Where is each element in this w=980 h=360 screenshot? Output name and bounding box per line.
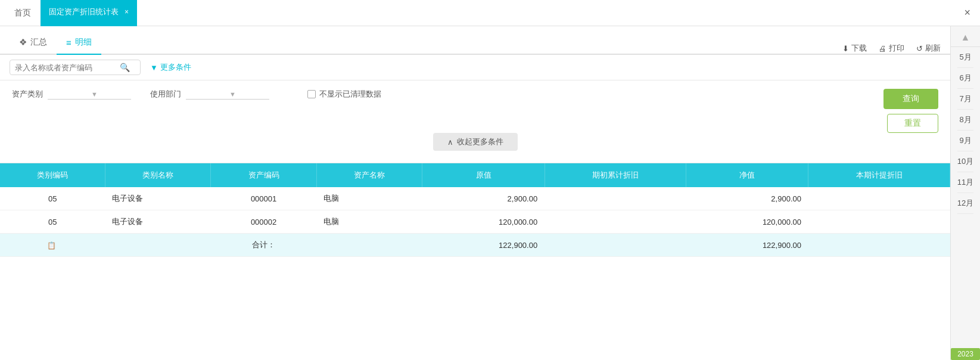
total-current-dep: [808, 234, 950, 257]
hide-cleared-wrap: 不显示已清理数据: [307, 89, 381, 100]
search-toolbar: 🔍 ▼ 更多条件: [0, 55, 950, 80]
table-header-row: 类别编码 类别名称 资产编码 资产名称 原值 期初累计折旧 净值 本期计提折旧: [0, 163, 950, 187]
total-net-value: 122,900.00: [686, 234, 808, 257]
search-icon[interactable]: 🔍: [120, 63, 130, 72]
sidebar-month-item[interactable]: 7月: [957, 89, 973, 110]
active-tab[interactable]: 固定资产折旧统计表 ×: [41, 0, 137, 26]
data-table: 类别编码 类别名称 资产编码 资产名称 原值 期初累计折旧 净值 本期计提折旧 …: [0, 163, 950, 257]
col-header-asset-name: 资产名称: [316, 163, 422, 187]
filter-row-1: 资产类别 ▼ 使用部门 ▼: [12, 89, 874, 100]
main-panel: ❖ 汇总 ≡ 明细 ⬇ 下载 🖨 打印 ↺ 刷新: [0, 26, 950, 360]
col-header-current-dep: 本期计提折旧: [808, 163, 950, 187]
col-header-net-value: 净值: [686, 163, 808, 187]
cell-asset-name: 电脑: [316, 187, 422, 210]
more-filters-button[interactable]: ▼ 更多条件: [150, 62, 191, 73]
download-icon: ⬇: [842, 44, 849, 53]
print-button[interactable]: 🖨 打印: [879, 43, 904, 54]
asset-category-label: 资产类别: [12, 89, 43, 100]
tab-summary[interactable]: ❖ 汇总: [10, 31, 57, 55]
col-header-category-name: 类别名称: [105, 163, 211, 187]
right-sidebar: ▲ 5月6月7月8月9月10月11月12月 2023: [950, 26, 980, 360]
tab-summary-label: 汇总: [30, 37, 47, 48]
collapse-icon: ∧: [447, 138, 453, 147]
col-header-category-code: 类别编码: [0, 163, 105, 187]
summary-icon: ❖: [19, 37, 27, 48]
total-row: 📋 合计： 122,900.00 122,900.00: [0, 234, 950, 257]
cell-net-value: 2,900.00: [686, 187, 808, 210]
use-department-arrow-icon: ▼: [229, 91, 267, 98]
search-input[interactable]: [15, 63, 116, 72]
cell-category-code: 05: [0, 210, 105, 234]
query-button[interactable]: 查询: [883, 89, 938, 109]
asset-category-field: 资产类别 ▼: [12, 89, 131, 100]
sidebar-month-item[interactable]: 12月: [957, 193, 973, 214]
table-row[interactable]: 05 电子设备 000001 电脑 2,900.00 2,900.00: [0, 187, 950, 210]
print-icon: 🖨: [879, 44, 886, 53]
total-icon-cell: 📋: [0, 234, 105, 257]
cell-asset-code: 000002: [211, 210, 317, 234]
home-link[interactable]: 首页: [10, 8, 36, 18]
scroll-up-icon[interactable]: ▲: [951, 29, 980, 47]
cell-accumulated-dep: [545, 187, 686, 210]
refresh-button[interactable]: ↺ 刷新: [916, 43, 941, 54]
total-label-cell: 合计：: [105, 234, 422, 257]
filter-icon: ▼: [150, 63, 158, 72]
total-icon: 📋: [47, 241, 56, 250]
sidebar-month-item[interactable]: 8月: [957, 110, 973, 131]
close-window-icon[interactable]: ×: [964, 7, 970, 19]
collapse-filters-button[interactable]: ∧ 收起更多条件: [433, 133, 518, 151]
hide-cleared-label: 不显示已清理数据: [319, 89, 381, 100]
use-department-select[interactable]: ▼: [186, 89, 269, 100]
tab-title: 固定资产折旧统计表: [49, 7, 119, 17]
total-original-value: 122,900.00: [422, 234, 545, 257]
print-label: 打印: [889, 43, 904, 54]
col-header-accumulated-dep: 期初累计折旧: [545, 163, 686, 187]
col-header-original-value: 原值: [422, 163, 545, 187]
cell-category-name: 电子设备: [105, 210, 211, 234]
year-badge[interactable]: 2023: [951, 348, 980, 360]
tab-bar: ❖ 汇总 ≡ 明细 ⬇ 下载 🖨 打印 ↺ 刷新: [0, 26, 950, 55]
sidebar-month-item[interactable]: 11月: [957, 172, 973, 193]
close-tab-icon[interactable]: ×: [125, 8, 129, 16]
cell-current-dep: [808, 210, 950, 234]
table-wrap: 类别编码 类别名称 资产编码 资产名称 原值 期初累计折旧 净值 本期计提折旧 …: [0, 163, 950, 360]
collapse-label: 收起更多条件: [457, 136, 503, 147]
reset-button[interactable]: 重置: [887, 114, 938, 133]
sidebar-month-item[interactable]: 10月: [957, 151, 973, 172]
use-department-label: 使用部门: [150, 89, 181, 100]
sidebar-month-item[interactable]: 5月: [957, 47, 973, 68]
download-button[interactable]: ⬇ 下载: [842, 43, 867, 54]
use-department-field: 使用部门 ▼: [150, 89, 269, 100]
content-area: ❖ 汇总 ≡ 明细 ⬇ 下载 🖨 打印 ↺ 刷新: [0, 26, 980, 360]
more-filters-label: 更多条件: [160, 62, 191, 73]
asset-category-select[interactable]: ▼: [48, 89, 131, 100]
cell-accumulated-dep: [545, 210, 686, 234]
top-nav: 首页 固定资产折旧统计表 × ×: [0, 0, 980, 26]
download-label: 下载: [851, 43, 867, 54]
cell-current-dep: [808, 187, 950, 210]
toolbar-right: ⬇ 下载 🖨 打印 ↺ 刷新: [842, 43, 941, 54]
tab-detail[interactable]: ≡ 明细: [57, 31, 101, 55]
total-accumulated-dep: [545, 234, 686, 257]
refresh-icon: ↺: [916, 44, 923, 53]
col-header-asset-code: 资产编码: [211, 163, 317, 187]
table-row[interactable]: 05 电子设备 000002 电脑 120,000.00 120,000.00: [0, 210, 950, 234]
cell-asset-name: 电脑: [316, 210, 422, 234]
sidebar-month-item[interactable]: 6月: [957, 68, 973, 89]
tab-detail-label: 明细: [75, 37, 92, 48]
refresh-label: 刷新: [925, 43, 941, 54]
hide-cleared-checkbox[interactable]: [307, 90, 316, 98]
sidebar-month-item[interactable]: 9月: [957, 131, 973, 151]
cell-category-name: 电子设备: [105, 187, 211, 210]
asset-category-arrow-icon: ▼: [91, 91, 129, 98]
filter-panel: 资产类别 ▼ 使用部门 ▼: [0, 80, 950, 163]
cell-category-code: 05: [0, 187, 105, 210]
detail-icon: ≡: [66, 38, 71, 48]
cell-net-value: 120,000.00: [686, 210, 808, 234]
filter-actions: 查询 重置: [883, 89, 938, 133]
cell-original-value: 2,900.00: [422, 187, 545, 210]
cell-original-value: 120,000.00: [422, 210, 545, 234]
search-wrap: 🔍: [10, 60, 141, 75]
cell-asset-code: 000001: [211, 187, 317, 210]
